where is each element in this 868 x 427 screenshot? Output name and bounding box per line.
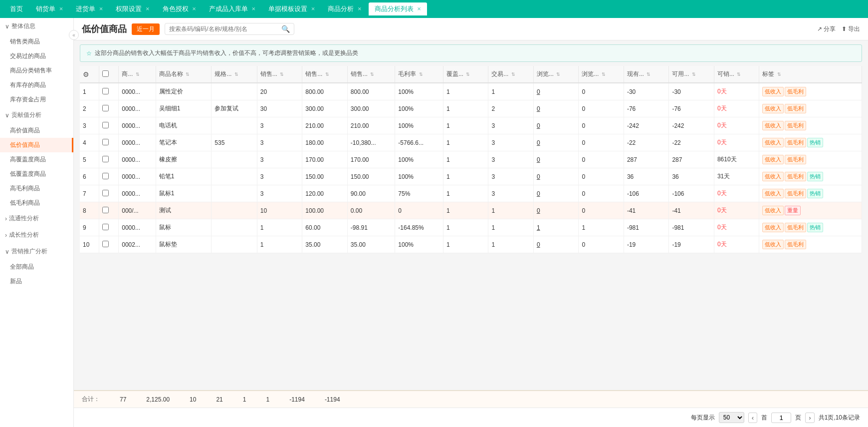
sort-qty-icon[interactable]: ⇅ xyxy=(280,72,284,77)
nav-role[interactable]: 角色授权 × xyxy=(157,2,202,15)
close-analysis-icon[interactable]: × xyxy=(358,5,362,12)
row-checkbox[interactable] xyxy=(102,207,109,213)
browse1-link[interactable]: 1 xyxy=(537,224,540,231)
next-page-btn[interactable]: › xyxy=(805,413,814,423)
th-sales-amt[interactable]: 销售... ⇅ xyxy=(302,66,348,83)
row-checkbox[interactable] xyxy=(102,88,109,94)
th-browse1[interactable]: 浏览... ⇅ xyxy=(533,66,579,83)
cell-checkbox[interactable] xyxy=(99,202,119,219)
browse1-link[interactable]: 0 xyxy=(537,190,540,197)
sidebar-item-high-margin[interactable]: 高毛利商品 xyxy=(0,181,73,196)
th-trade[interactable]: 交易... ⇅ xyxy=(488,66,534,83)
sidebar-item-all-products[interactable]: 全部商品 xyxy=(0,260,73,274)
row-checkbox[interactable] xyxy=(102,224,109,230)
cell-browse1[interactable]: 0 xyxy=(533,185,579,202)
row-checkbox[interactable] xyxy=(102,241,109,247)
browse1-link[interactable]: 0 xyxy=(537,156,540,163)
row-checkbox[interactable] xyxy=(102,139,109,145)
row-checkbox[interactable] xyxy=(102,122,109,128)
filter-recent-month-btn[interactable]: 近一月 xyxy=(132,23,160,35)
nav-purchase[interactable]: 进货单 × xyxy=(70,2,109,15)
cell-checkbox[interactable] xyxy=(99,117,119,134)
cell-browse1[interactable]: 0 xyxy=(533,202,579,219)
search-box[interactable]: 🔍 xyxy=(165,23,294,35)
close-product-stock-icon[interactable]: × xyxy=(252,5,256,12)
sidebar-item-high-value[interactable]: 高价值商品 xyxy=(0,123,73,138)
sidebar-item-category-rate[interactable]: 商品分类销售率 xyxy=(0,63,73,78)
sort-available-icon[interactable]: ⇅ xyxy=(692,72,696,77)
cell-checkbox[interactable] xyxy=(99,219,119,236)
export-btn[interactable]: ⬆ 导出 xyxy=(842,25,860,33)
row-checkbox[interactable] xyxy=(102,105,109,111)
first-page-btn[interactable]: ‹ xyxy=(748,413,757,423)
row-checkbox[interactable] xyxy=(102,173,109,179)
row-checkbox[interactable] xyxy=(102,156,109,162)
page-input[interactable] xyxy=(771,413,791,423)
th-browse2[interactable]: 浏览... ⇅ xyxy=(579,66,624,83)
sidebar-item-low-margin[interactable]: 低毛利商品 xyxy=(0,196,73,210)
cell-checkbox[interactable] xyxy=(99,236,119,253)
th-spec[interactable]: 规格... ⇅ xyxy=(212,66,257,83)
sort-amt2-icon[interactable]: ⇅ xyxy=(370,72,374,77)
cell-browse1[interactable]: 0 xyxy=(533,100,579,117)
browse1-link[interactable]: 0 xyxy=(537,241,540,248)
cell-browse1[interactable]: 0 xyxy=(533,168,579,185)
nav-home[interactable]: 首页 xyxy=(4,2,29,15)
th-settings[interactable]: ⚙ xyxy=(80,66,99,83)
sidebar-item-low-coverage[interactable]: 低覆盖度商品 xyxy=(0,167,73,181)
sidebar-item-traded-products[interactable]: 交易过的商品 xyxy=(0,49,73,63)
close-analysis-list-icon[interactable]: × xyxy=(417,5,421,12)
sidebar-section-contribution[interactable]: ∨ 贡献值分析 xyxy=(0,107,73,123)
nav-permissions[interactable]: 权限设置 × xyxy=(110,2,155,15)
th-margin[interactable]: 毛利率 ⇅ xyxy=(395,66,443,83)
per-page-select[interactable]: 50 100 200 xyxy=(719,412,744,423)
cell-browse1[interactable]: 0 xyxy=(533,83,579,100)
browse1-link[interactable]: 0 xyxy=(537,105,540,112)
sidebar-section-marketing[interactable]: ∨ 营销推广分析 xyxy=(0,243,73,260)
close-sales-icon[interactable]: × xyxy=(59,5,63,12)
select-all-checkbox[interactable] xyxy=(102,70,109,77)
th-stock[interactable]: 现有... ⇅ xyxy=(624,66,669,83)
sort-trade-icon[interactable]: ⇅ xyxy=(511,72,515,77)
sidebar-item-inventory-funds[interactable]: 库存资金占用 xyxy=(0,92,73,107)
sort-amt-icon[interactable]: ⇅ xyxy=(325,72,329,77)
th-code[interactable]: 商... ⇅ xyxy=(119,66,156,83)
th-sales-qty[interactable]: 销售... ⇅ xyxy=(257,66,302,83)
browse1-link[interactable]: 0 xyxy=(537,139,540,146)
close-purchase-icon[interactable]: × xyxy=(99,5,103,12)
cell-checkbox[interactable] xyxy=(99,83,119,100)
th-coverage[interactable]: 覆盖... ⇅ xyxy=(443,66,488,83)
cell-browse1[interactable]: 0 xyxy=(533,151,579,168)
share-btn[interactable]: ↗ 分享 xyxy=(817,25,836,33)
th-checkbox[interactable] xyxy=(99,66,119,83)
sidebar-item-low-value[interactable]: 低价值商品 xyxy=(0,138,73,152)
th-sellable[interactable]: 可销... ⇅ xyxy=(714,66,759,83)
sort-stock-icon[interactable]: ⇅ xyxy=(647,72,651,77)
sort-sellable-icon[interactable]: ⇅ xyxy=(737,72,741,77)
row-checkbox[interactable] xyxy=(102,190,109,196)
close-template-icon[interactable]: × xyxy=(311,5,315,12)
sidebar-item-new-products[interactable]: 新品 xyxy=(0,274,73,289)
sidebar-section-liquidity[interactable]: › 流通性分析 xyxy=(0,210,73,227)
cell-browse1[interactable]: 0 xyxy=(533,117,579,134)
sidebar-item-sales-products[interactable]: 销售类商品 xyxy=(0,34,73,49)
nav-analysis-list[interactable]: 商品分析列表 × xyxy=(369,2,427,15)
browse1-link[interactable]: 0 xyxy=(537,173,540,180)
sort-name-icon[interactable]: ⇅ xyxy=(186,72,190,77)
cell-browse1[interactable]: 1 xyxy=(533,219,579,236)
cell-checkbox[interactable] xyxy=(99,151,119,168)
cell-checkbox[interactable] xyxy=(99,168,119,185)
sort-spec-icon[interactable]: ⇅ xyxy=(234,72,238,77)
sort-margin-icon[interactable]: ⇅ xyxy=(419,72,423,77)
cell-checkbox[interactable] xyxy=(99,185,119,202)
sort-browse1-icon[interactable]: ⇅ xyxy=(556,72,560,77)
cell-browse1[interactable]: 0 xyxy=(533,134,579,151)
search-input[interactable] xyxy=(169,25,281,32)
sidebar-section-overview[interactable]: ∨ 整体信息 xyxy=(0,18,73,34)
settings-icon[interactable]: ⚙ xyxy=(83,70,89,78)
sidebar-section-growth[interactable]: › 成长性分析 xyxy=(0,227,73,243)
th-sales-amt2[interactable]: 销售... ⇅ xyxy=(347,66,395,83)
sort-coverage-icon[interactable]: ⇅ xyxy=(466,72,470,77)
close-permissions-icon[interactable]: × xyxy=(146,5,150,12)
sort-code-icon[interactable]: ⇅ xyxy=(136,72,140,77)
